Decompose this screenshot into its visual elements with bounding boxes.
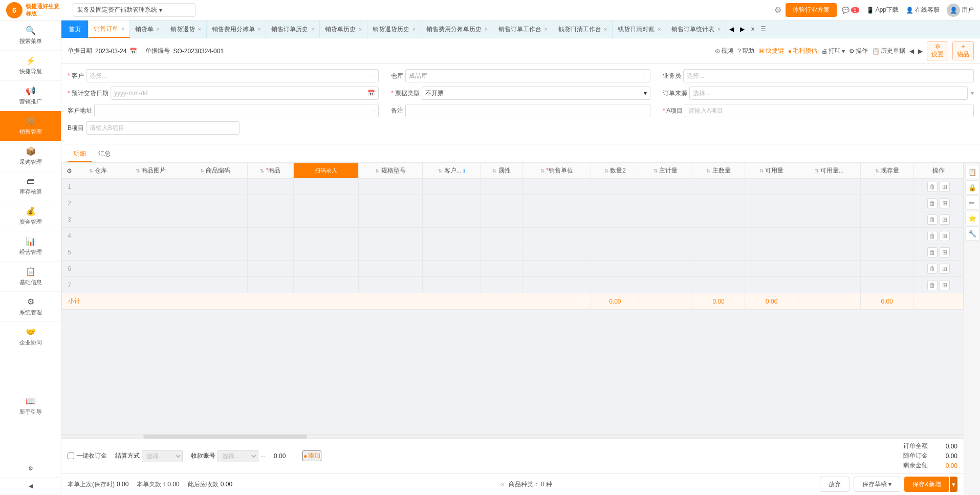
tab-home[interactable]: 首页 (61, 20, 89, 38)
horizontal-scrollbar[interactable] (61, 434, 964, 438)
col-attributes[interactable]: ⇅ 属性 (481, 163, 522, 179)
tab-order-workbench[interactable]: 销售订单工作台 × (493, 20, 553, 38)
row-copy-btn[interactable]: ⊞ (940, 231, 950, 241)
row-delete-btn[interactable]: 🗑 (927, 247, 938, 257)
user-btn[interactable]: 👤 用户 (947, 4, 974, 17)
checkout-checkbox[interactable] (68, 453, 74, 459)
sidebar-item-marketing[interactable]: 📢 营销推广 (0, 81, 61, 111)
col-product[interactable]: ⇅ *商品 (247, 163, 293, 179)
sidebar-collapse-btn[interactable]: ◀ (0, 478, 61, 495)
scrollbar-thumb[interactable] (143, 435, 307, 439)
right-icon-5[interactable]: 🔧 (965, 226, 979, 241)
tab-next-btn[interactable]: ▶ (737, 20, 748, 38)
invoice-select[interactable]: 不开票 ▾ (422, 87, 650, 100)
add-payment-btn[interactable]: ● 添加 (302, 450, 321, 461)
row-copy-btn[interactable]: ⊞ (940, 247, 950, 257)
tab-menu-btn[interactable]: ☰ (757, 20, 769, 38)
tab-invoice-history[interactable]: 销货单历史 × (320, 20, 367, 38)
col-warehouse[interactable]: ⇅ 仓库 (77, 163, 119, 179)
col-available2[interactable]: ⇅ 可用量... (798, 163, 860, 179)
profit-btn[interactable]: ● 毛利预估 (788, 47, 817, 55)
row-copy-btn[interactable]: ⊞ (940, 264, 950, 274)
sidebar-item-enterprise[interactable]: 🤝 企业协同 (0, 322, 61, 352)
checkout-checkbox-label[interactable]: 一键收订金 (68, 451, 107, 460)
col-product-code[interactable]: ⇅ 商品编码 (183, 163, 248, 179)
delivery-input[interactable]: yyyy-mm-dd 📅 (111, 87, 379, 100)
tab-return-history[interactable]: 销货退货历史 × (367, 20, 421, 38)
account-select[interactable]: 选择... (217, 450, 258, 462)
row-delete-btn[interactable]: 🗑 (927, 264, 938, 274)
right-icon-4[interactable]: ⭐ (965, 211, 979, 225)
tab-order-stats[interactable]: 销售订单统计表 × (666, 20, 726, 38)
sidebar-item-basic[interactable]: 📋 基础信息 (0, 262, 61, 292)
calendar-icon[interactable]: 📅 (129, 48, 137, 55)
save-new-split-btn[interactable]: ▾ (950, 477, 957, 492)
col-scan[interactable]: 扫码录入 (293, 163, 358, 179)
message-btn[interactable]: 💬 9 (842, 7, 859, 14)
tab-close-all-btn[interactable]: × (748, 20, 757, 38)
discard-button[interactable]: 放弃 (820, 477, 850, 492)
col-main-unit[interactable]: ⇅ 主计量 (639, 163, 692, 179)
row-copy-btn[interactable]: ⊞ (940, 214, 950, 225)
right-icon-3[interactable]: ✏ (965, 196, 979, 210)
solution-button[interactable]: 体验行业方案 (786, 3, 837, 17)
col-product-image[interactable]: ⇅ 商品图片 (119, 163, 183, 179)
tab-detail[interactable]: 明细 (68, 146, 92, 162)
col-qty2[interactable]: ⇅ 数量2 (591, 163, 639, 179)
table-wrap[interactable]: ⚙ ⇅ 仓库 ⇅ 商品图片 ⇅ 商品编码 ⇅ *商品 扫码录入 ⇅ 规格型号 ⇅… (61, 163, 964, 434)
row-copy-btn[interactable]: ⊞ (940, 182, 950, 192)
a-project-input[interactable]: 请输入A项目 (685, 104, 974, 117)
online-service-btn[interactable]: 👤 在线客服 (906, 6, 940, 14)
help-btn[interactable]: ? 帮助 (737, 47, 754, 55)
sidebar-item-search[interactable]: 🔍 搜索菜单 (0, 20, 61, 51)
settings-icon[interactable]: ⚙ (774, 5, 781, 15)
operation-btn[interactable]: ⚙ 操作 (849, 47, 868, 55)
col-unit[interactable]: ⇅ *销售单位 (522, 163, 591, 179)
save-new-button[interactable]: 保存&新增 (904, 477, 949, 492)
row-delete-btn[interactable]: 🗑 (927, 231, 938, 241)
right-icon-2[interactable]: 🔒 (965, 180, 979, 195)
setting-button[interactable]: ⚙ 设置 (927, 41, 948, 60)
row-delete-btn[interactable]: 🗑 (927, 280, 938, 290)
next-nav-btn[interactable]: ▶ (918, 48, 923, 55)
history-btn[interactable]: 📋 历史单据 (872, 47, 905, 55)
col-spec[interactable]: ⇅ 规格型号 (358, 163, 423, 179)
save-draft-button[interactable]: 保存草稿 ▾ (854, 477, 900, 492)
prev-nav-btn[interactable]: ◀ (909, 48, 914, 55)
scan-button[interactable]: 扫码录入 (312, 166, 340, 176)
row-copy-btn[interactable]: ⊞ (940, 280, 950, 290)
tab-cash-account[interactable]: 钱货日清对账 × (613, 20, 666, 38)
sidebar-item-sales[interactable]: 🛒 销售管理 (0, 111, 61, 141)
warehouse-input[interactable]: 成品库 ··· (405, 69, 650, 82)
sidebar-item-guide[interactable]: 📖 新手引导 (0, 391, 61, 421)
sidebar-item-system[interactable]: ⚙ 系统管理 (0, 292, 61, 322)
tab-cash-workbench[interactable]: 钱货日清工作台 × (553, 20, 613, 38)
tab-prev-btn[interactable]: ◀ (726, 20, 737, 38)
system-selector[interactable]: 装备及固定资产辅助管理系统 ▾ (73, 3, 195, 17)
row-delete-btn[interactable]: 🗑 (927, 214, 938, 225)
col-customer-attr[interactable]: ⇅ 客户... ℹ (423, 163, 481, 179)
sidebar-item-inventory[interactable]: 🗃 库存核算 (0, 171, 61, 201)
tab-sales-return[interactable]: 销货退货 × (165, 20, 207, 38)
row-delete-btn[interactable]: 🗑 (927, 198, 938, 208)
payment-select[interactable]: 选择... (142, 450, 183, 462)
address-input[interactable]: ··· (94, 104, 379, 117)
view-video-btn[interactable]: ⊙ 视频 (715, 47, 733, 55)
note-input[interactable] (405, 104, 650, 117)
row-copy-btn[interactable]: ⊞ (940, 198, 950, 208)
col-stock[interactable]: ⇅ 现存量 (860, 163, 913, 179)
print-btn[interactable]: 🖨 打印 ▾ (821, 47, 845, 55)
sidebar-item-purchase[interactable]: 📦 采购管理 (0, 141, 61, 171)
right-icon-1[interactable]: 📋 (965, 165, 979, 179)
tab-summary[interactable]: 汇总 (92, 146, 117, 162)
calendar2-icon[interactable]: 📅 (367, 90, 375, 97)
sidebar-item-quick[interactable]: ⚡ 快捷导航 (0, 51, 61, 81)
customer-input[interactable]: 选择... ··· (86, 69, 379, 82)
order-source-input[interactable]: 选择... (689, 87, 968, 100)
sidebar-item-finance[interactable]: 💰 资金管理 (0, 201, 61, 231)
item-button[interactable]: + 物品 (952, 41, 974, 60)
tab-order-history[interactable]: 销售订单历史 × (266, 20, 320, 38)
col-available[interactable]: ⇅ 可用量 (745, 163, 798, 179)
app-download-btn[interactable]: 📱 App下载 (866, 6, 899, 14)
col-settings[interactable]: ⚙ (62, 163, 77, 179)
